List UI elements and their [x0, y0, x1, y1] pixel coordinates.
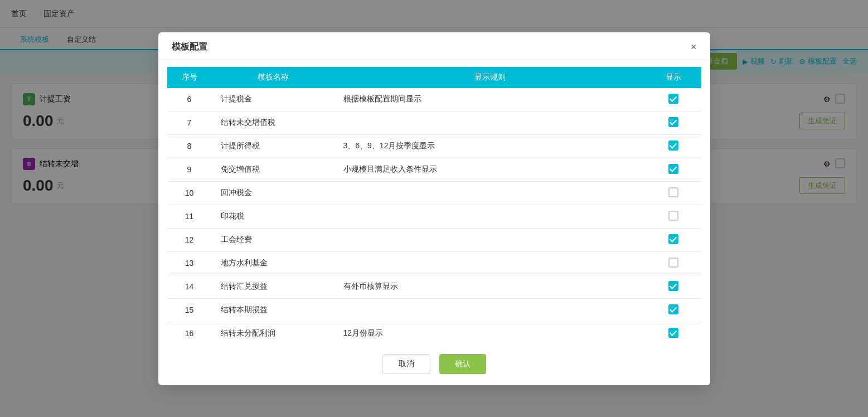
cell-checkbox[interactable] — [646, 228, 701, 251]
table-row: 10回冲税金 — [167, 181, 701, 205]
cell-name: 结转未交增值税 — [212, 111, 334, 134]
cell-checkbox[interactable] — [646, 251, 701, 275]
checkbox-checked[interactable] — [668, 94, 678, 104]
cell-checkbox[interactable] — [646, 134, 701, 158]
cell-checkbox[interactable] — [646, 158, 701, 181]
table-row: 6计提税金根据模板配置期间显示 — [167, 88, 701, 111]
table-row: 13地方水利基金 — [167, 251, 701, 275]
cell-rule: 3、6、9、12月按季度显示 — [334, 134, 646, 158]
modal-overlay[interactable]: 模板配置 × 序号 模板名称 显示规则 显示 6计提税金根据模板配置期间显 — [0, 0, 868, 417]
cell-checkbox[interactable] — [646, 205, 701, 228]
checkbox-checked[interactable] — [668, 234, 678, 244]
table-row: 12工会经费 — [167, 228, 701, 251]
cell-id: 12 — [167, 228, 212, 251]
cell-id: 8 — [167, 134, 212, 158]
cell-id: 11 — [167, 205, 212, 228]
config-table: 序号 模板名称 显示规则 显示 6计提税金根据模板配置期间显示7结转未交增值税8… — [167, 67, 701, 345]
table-row: 8计提所得税3、6、9、12月按季度显示 — [167, 134, 701, 158]
cell-rule — [334, 111, 646, 134]
checkbox-unchecked[interactable] — [668, 187, 678, 197]
table-wrapper[interactable]: 序号 模板名称 显示规则 显示 6计提税金根据模板配置期间显示7结转未交增值税8… — [167, 60, 701, 345]
cell-id: 10 — [167, 181, 212, 205]
cell-id: 9 — [167, 158, 212, 181]
cell-id: 7 — [167, 111, 212, 134]
cell-rule: 有外币核算显示 — [334, 275, 646, 298]
cell-checkbox[interactable] — [646, 88, 701, 111]
cell-name: 结转本期损益 — [212, 298, 334, 322]
cell-checkbox[interactable] — [646, 181, 701, 205]
cell-rule: 小规模且满足收入条件显示 — [334, 158, 646, 181]
cell-name: 结转未分配利润 — [212, 322, 334, 345]
table-row: 9免交增值税小规模且满足收入条件显示 — [167, 158, 701, 181]
table-header: 序号 模板名称 显示规则 显示 — [167, 67, 701, 88]
cell-checkbox[interactable] — [646, 275, 701, 298]
col-header-id: 序号 — [167, 67, 212, 88]
cell-id: 14 — [167, 275, 212, 298]
col-header-name: 模板名称 — [212, 67, 334, 88]
modal-footer: 取消 确认 — [158, 345, 710, 385]
checkbox-unchecked[interactable] — [668, 211, 678, 221]
cell-rule — [334, 228, 646, 251]
cell-name: 计提税金 — [212, 88, 334, 111]
cell-name: 结转汇兑损益 — [212, 275, 334, 298]
cell-rule: 12月份显示 — [334, 322, 646, 345]
checkbox-checked[interactable] — [668, 281, 678, 291]
cell-id: 13 — [167, 251, 212, 275]
cell-checkbox[interactable] — [646, 322, 701, 345]
table-row: 11印花税 — [167, 205, 701, 228]
cell-name: 免交增值税 — [212, 158, 334, 181]
confirm-button[interactable]: 确认 — [439, 354, 486, 374]
cell-name: 计提所得税 — [212, 134, 334, 158]
cancel-button[interactable]: 取消 — [382, 354, 430, 374]
checkbox-unchecked[interactable] — [668, 258, 678, 268]
cell-rule — [334, 251, 646, 275]
table-row: 15结转本期损益 — [167, 298, 701, 322]
cell-name: 工会经费 — [212, 228, 334, 251]
cell-checkbox[interactable] — [646, 111, 701, 134]
modal-header: 模板配置 × — [158, 32, 710, 60]
cell-checkbox[interactable] — [646, 298, 701, 322]
cell-name: 印花税 — [212, 205, 334, 228]
cell-id: 6 — [167, 88, 212, 111]
cell-id: 15 — [167, 298, 212, 322]
modal-template-config: 模板配置 × 序号 模板名称 显示规则 显示 6计提税金根据模板配置期间显 — [158, 32, 710, 385]
checkbox-checked[interactable] — [668, 304, 678, 314]
checkbox-checked[interactable] — [668, 164, 678, 174]
modal-close-button[interactable]: × — [691, 42, 697, 52]
modal-title: 模板配置 — [172, 41, 207, 53]
table-body: 6计提税金根据模板配置期间显示7结转未交增值税8计提所得税3、6、9、12月按季… — [167, 88, 701, 345]
cell-rule: 根据模板配置期间显示 — [334, 88, 646, 111]
checkbox-checked[interactable] — [668, 117, 678, 127]
modal-body: 序号 模板名称 显示规则 显示 6计提税金根据模板配置期间显示7结转未交增值税8… — [158, 60, 710, 345]
col-header-rule: 显示规则 — [334, 67, 646, 88]
checkbox-checked[interactable] — [668, 140, 678, 151]
cell-rule — [334, 298, 646, 322]
col-header-display: 显示 — [646, 67, 701, 88]
cell-rule — [334, 205, 646, 228]
cell-id: 16 — [167, 322, 212, 345]
cell-name: 回冲税金 — [212, 181, 334, 205]
table-row: 16结转未分配利润12月份显示 — [167, 322, 701, 345]
table-row: 14结转汇兑损益有外币核算显示 — [167, 275, 701, 298]
checkbox-checked[interactable] — [668, 328, 678, 338]
table-row: 7结转未交增值税 — [167, 111, 701, 134]
cell-rule — [334, 181, 646, 205]
cell-name: 地方水利基金 — [212, 251, 334, 275]
